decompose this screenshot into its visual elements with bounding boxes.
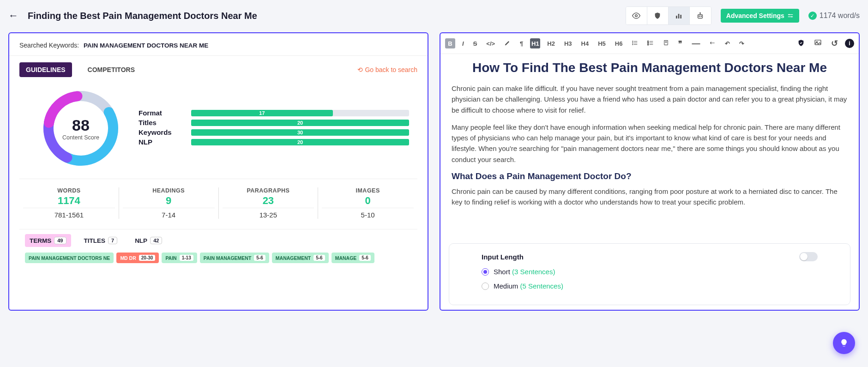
h2-button[interactable]: H2	[545, 39, 557, 48]
editor-toolbar: B I S </> ¶ H1 H2 H3 H4 H5 H6 123	[440, 33, 859, 54]
stat-sub: 13-25	[223, 208, 314, 219]
bar-fill: 30	[191, 129, 409, 136]
stat-title: HEADINGS	[123, 187, 215, 194]
redo-button[interactable]: ↷	[737, 39, 747, 48]
shield-check-icon[interactable]	[795, 38, 807, 49]
term-chip[interactable]: MANAGEMENT 5-6	[272, 253, 329, 263]
shield-icon[interactable]	[647, 7, 669, 24]
h1-button[interactable]: H1	[530, 38, 540, 48]
doc-p1: Chronic pain can make life difficult. If…	[452, 83, 848, 115]
stat-main: 23	[223, 194, 314, 208]
radio-medium[interactable]: Medium (5 Sentences)	[482, 282, 818, 290]
term-chip[interactable]: PAIN MANAGEMENT DOCTORS NE	[25, 253, 114, 263]
stat-cell: PARAGRAPHS 23 13-25	[219, 187, 319, 219]
bar-row: NLP 20	[139, 138, 409, 146]
back-icon[interactable]: ←	[8, 10, 18, 22]
word-count: ✓ 1174 word/s	[808, 12, 860, 20]
advanced-settings-button[interactable]: Advanced Settings	[721, 9, 799, 23]
stat-cell: IMAGES 0 5-10	[318, 187, 417, 219]
chip-tab-titles[interactable]: TITLES 7	[79, 234, 122, 247]
doc-h1: How To Find The Best Pain Management Doc…	[452, 60, 848, 76]
score-value: 88	[72, 116, 90, 134]
chip-tab-terms[interactable]: TERMS 49	[25, 234, 71, 247]
go-back-link[interactable]: ⟲ Go back to search	[357, 66, 417, 73]
bars-icon[interactable]	[669, 7, 690, 24]
chip-count: 42	[150, 237, 162, 244]
term-chip[interactable]: PAIN MANAGEMENT 5-6	[200, 253, 269, 263]
term-chip[interactable]: MD DR 20-30	[116, 253, 159, 263]
svg-point-8	[700, 12, 700, 13]
radio-short-label: Short (3 Sentences)	[494, 268, 555, 276]
term-chip[interactable]: PAIN 1-13	[162, 253, 197, 263]
stat-title: PARAGRAPHS	[223, 187, 314, 194]
score-label: Content Score	[62, 134, 99, 141]
back-circle-icon: ⟲	[357, 66, 365, 73]
tab-guidelines[interactable]: GUIDELINES	[19, 62, 72, 77]
ul-button[interactable]	[629, 38, 640, 49]
editor-body[interactable]: How To Find The Best Pain Management Doc…	[440, 54, 859, 239]
doc-button[interactable]	[661, 38, 671, 48]
chip-tab-nlp[interactable]: NLP 42	[130, 234, 167, 247]
chip-count: 7	[108, 237, 117, 244]
h6-button[interactable]: H6	[613, 39, 625, 48]
strike-button[interactable]: S	[471, 39, 480, 48]
input-length-title: Input Length	[482, 253, 524, 261]
radio-short[interactable]: Short (3 Sentences)	[482, 268, 818, 276]
svg-rect-2	[678, 14, 680, 18]
stat-main: 0	[322, 194, 414, 208]
svg-point-5	[699, 16, 699, 16]
svg-text:3: 3	[648, 43, 649, 45]
radio-icon	[482, 268, 489, 276]
input-length-toggle[interactable]	[799, 252, 818, 261]
bar-row: Format 17	[139, 109, 409, 117]
radio-icon	[482, 283, 489, 290]
bar-name: NLP	[139, 138, 180, 146]
term-chip[interactable]: MANAGE 5-6	[332, 253, 374, 263]
svg-point-6	[701, 16, 701, 16]
bar-name: Keywords	[139, 128, 180, 136]
content-score-ring: 88 Content Score	[42, 89, 120, 168]
stat-sub: 781-1561	[23, 208, 115, 219]
h4-button[interactable]: H4	[579, 39, 591, 48]
stat-main: 9	[123, 194, 215, 208]
bold-button[interactable]: B	[445, 38, 455, 48]
svg-rect-1	[676, 16, 677, 18]
history-button[interactable]: ↺	[829, 37, 840, 50]
svg-point-19	[633, 42, 633, 43]
kw-value: PAIN MANAGEMENT DOCTORS NEAR ME	[84, 42, 208, 49]
chip-count: 5-6	[313, 255, 325, 261]
ol-button[interactable]: 123	[645, 38, 656, 49]
info-icon[interactable]: i	[845, 39, 854, 48]
highlight-button[interactable]	[502, 38, 513, 49]
tab-competitors[interactable]: COMPETITORS	[81, 62, 141, 77]
chip-count: 20-30	[139, 255, 156, 261]
word-count-label: 1174 word/s	[820, 12, 860, 20]
h5-button[interactable]: H5	[596, 39, 608, 48]
image-button[interactable]	[812, 37, 824, 49]
chip-count: 5-6	[359, 255, 370, 261]
go-back-label: Go back to search	[365, 66, 417, 73]
view-mode-group	[626, 6, 711, 25]
code-button[interactable]: </>	[484, 39, 497, 48]
bar-track: 20	[191, 120, 409, 126]
robot-icon[interactable]	[690, 7, 711, 24]
undo-button[interactable]: ↶	[723, 39, 732, 48]
quote-button[interactable]: ❞	[676, 38, 685, 49]
stat-main: 1174	[23, 194, 115, 208]
bar-name: Titles	[139, 119, 180, 126]
italic-button[interactable]: I	[460, 39, 466, 48]
hr-button[interactable]: —	[689, 37, 702, 50]
chip-count: 1-13	[180, 255, 193, 261]
h3-button[interactable]: H3	[562, 39, 574, 48]
paragraph-button[interactable]: ¶	[518, 39, 525, 48]
svg-point-0	[635, 15, 638, 17]
page-title: Finding the Best Pain Management Doctors…	[28, 11, 257, 21]
radio-medium-label: Medium (5 Sentences)	[494, 282, 563, 290]
clear-button[interactable]	[707, 38, 718, 49]
bar-fill: 20	[191, 120, 409, 126]
bar-fill: 17	[191, 110, 333, 116]
eye-icon[interactable]	[626, 7, 647, 24]
bar-name: Format	[139, 109, 180, 117]
input-length-card: Input Length Short (3 Sentences) Medium …	[449, 243, 850, 305]
bar-track: 17	[191, 110, 409, 116]
